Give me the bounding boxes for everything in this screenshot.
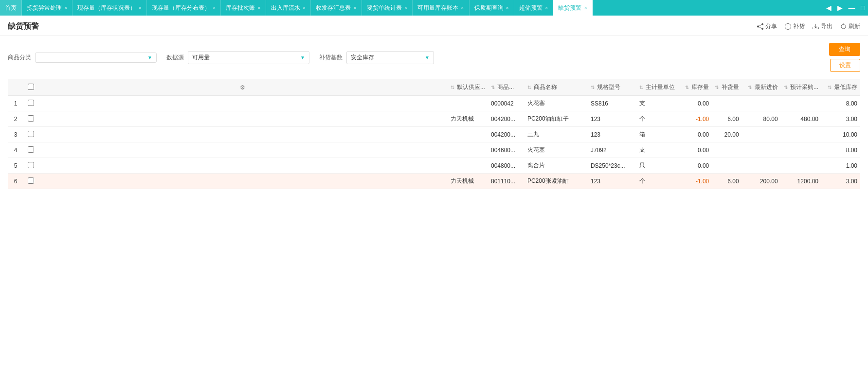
nav-tab-abnormal[interactable]: 拣货异常处理 × [22,0,72,16]
cell-checkbox [23,127,38,142]
nav-prev-btn[interactable]: ◀ [823,0,834,16]
nav-tab-order-stats-label: 要货单统计表 [367,4,402,12]
category-select[interactable]: ▼ [35,53,157,63]
sort-supplier-icon: ⇅ [451,85,454,90]
gear-icon[interactable]: ⚙ [240,84,245,91]
nav-tab-available-ledger-close[interactable]: × [461,5,464,11]
row-checkbox[interactable] [28,115,34,122]
nav-tab-receipt-summary[interactable]: 收发存汇总表 × [311,0,362,16]
share-button[interactable]: 分享 [757,22,777,31]
nav-tab-stock-dist-close[interactable]: × [213,5,216,11]
cell-minstock: 8.00 [821,96,860,111]
cell-unit: 支 [636,142,678,158]
nav-tab-order-stats[interactable]: 要货单统计表 × [362,0,413,16]
replenish-button[interactable]: 补货 [785,22,805,31]
cell-spec: DS250*23c... [588,158,636,174]
nav-tab-stock-dist-label: 现存量（库存分布表） [152,4,210,12]
nav-tab-shortage[interactable]: 缺货预警 × [553,0,592,16]
nav-tab-abnormal-close[interactable]: × [64,5,67,11]
cell-supplier [448,127,488,142]
cell-replenish [712,142,741,158]
row-checkbox[interactable] [28,131,34,137]
nav-tab-available-ledger[interactable]: 可用量库存账本 × [413,0,469,16]
row-checkbox[interactable] [28,100,34,106]
nav-tab-inout[interactable]: 出入库流水 × [266,0,311,16]
row-checkbox[interactable] [28,162,34,168]
nav-maximize-btn[interactable]: □ [858,0,868,16]
select-all-checkbox[interactable] [28,84,34,90]
page-header: 缺货预警 分享 补货 导出 刷新 [0,16,868,36]
nav-tab-inout-close[interactable]: × [303,5,306,11]
nav-tab-stock-status-close[interactable]: × [138,5,141,11]
cell-latestprice: 200.00 [742,174,781,189]
page-title: 缺货预警 [8,21,39,32]
cell-minstock: 8.00 [821,142,860,158]
query-button[interactable]: 查询 [829,43,860,56]
col-latestprice-label: 最新进价 [755,84,778,90]
col-header-goodsname: ⇅ 商品名称 [524,79,588,96]
cell-actions [38,111,448,127]
nav-tab-batch-close[interactable]: × [257,5,260,11]
nav-controls: ◀ ▶ — □ [823,0,868,16]
sort-replenish-icon: ⇅ [715,85,719,90]
table-row: 1 0000042 火花塞 SS816 支 0.00 8.00 [8,96,860,111]
row-checkbox[interactable] [28,146,34,153]
nav-tab-expiry-label: 保质期查询 [474,4,504,12]
header-actions: 分享 补货 导出 刷新 [757,22,860,31]
nav-tab-batch[interactable]: 库存批次账 × [221,0,266,16]
nav-tab-batch-label: 库存批次账 [226,4,255,12]
cell-goodsname: 火花塞 [524,142,588,158]
cell-actions [38,174,448,189]
refresh-icon [840,23,847,30]
cell-goodsname: 三九 [524,127,588,142]
replenish-label: 补货 [793,22,805,31]
nav-tab-home[interactable]: 首页 [0,0,22,16]
cell-checkbox [23,158,38,174]
settings-button[interactable]: 设置 [830,59,860,72]
nav-next-btn[interactable]: ▶ [834,0,846,16]
cell-replenish: 20.00 [712,127,741,142]
cell-stock: 0.00 [678,96,712,111]
cell-goodscode: 0000042 [488,96,524,111]
table-row: 6 力天机械 801110... PC200张紧油缸 123 个 -1.00 6… [8,174,860,189]
nav-tab-receipt-summary-close[interactable]: × [353,5,356,11]
col-supplier-label: 默认供应... [457,84,485,90]
replenish-base-label: 补货基数 [319,53,343,62]
cell-stock: 0.00 [678,127,712,142]
export-label: 导出 [821,22,832,31]
nav-tab-stock-status[interactable]: 现存量（库存状况表） × [72,0,146,16]
cell-spec: 123 [588,174,636,189]
table-body: 1 0000042 火花塞 SS816 支 0.00 8.00 2 力天机械 0… [8,96,860,189]
row-checkbox[interactable] [28,177,34,184]
nav-tab-overstock-close[interactable]: × [545,5,548,11]
nav-tab-expiry-close[interactable]: × [506,5,509,11]
col-stock-label: 库存量 [691,84,709,90]
nav-tab-overstock[interactable]: 超储预警 × [514,0,553,16]
cell-estpurchase [781,142,821,158]
col-header-goodscode: ⇅ 商品... [488,79,524,96]
refresh-button[interactable]: 刷新 [840,22,860,31]
cell-unit: 个 [636,111,678,127]
category-chevron-icon: ▼ [147,55,152,60]
export-icon [813,23,819,30]
nav-tab-shortage-close[interactable]: × [584,5,587,11]
cell-spec: SS816 [588,96,636,111]
nav-tab-order-stats-close[interactable]: × [404,5,407,11]
cell-goodscode: 004800... [488,158,524,174]
nav-minimize-btn[interactable]: — [846,0,858,16]
cell-actions [38,158,448,174]
col-goodscode-label: 商品... [497,84,514,90]
nav-tab-stock-dist[interactable]: 现存量（库存分布表） × [147,0,221,16]
datasource-select[interactable]: 可用量 ▼ [188,51,309,64]
nav-tab-expiry[interactable]: 保质期查询 × [470,0,514,16]
datasource-filter-group: 数据源 可用量 ▼ [166,51,309,64]
cell-checkbox [23,142,38,158]
cell-num: 3 [8,127,23,142]
col-unit-label: 主计量单位 [646,84,675,90]
cell-supplier [448,96,488,111]
replenish-base-select[interactable]: 安全库存 ▼ [346,51,434,64]
cell-latestprice [742,96,781,111]
filter-right: 查询 设置 [829,43,860,72]
filter-bar: 商品分类 ▼ 数据源 可用量 ▼ 补货基数 安全库存 ▼ 查询 设置 [0,36,868,79]
export-button[interactable]: 导出 [813,22,832,31]
